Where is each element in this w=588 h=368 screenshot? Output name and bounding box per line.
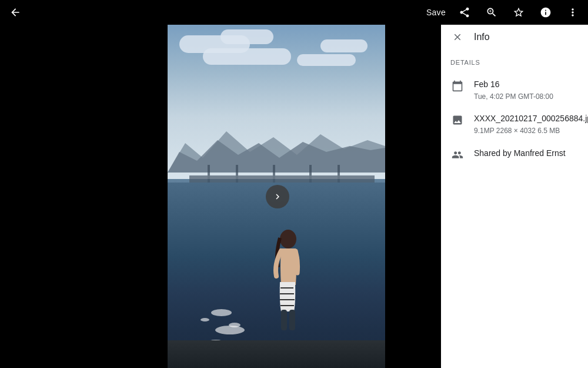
image-icon (450, 114, 465, 126)
date-content: Feb 16 Tue, 4:02 PM GMT-08:00 (474, 79, 579, 101)
water-shimmer (201, 318, 209, 321)
svg-point-2 (280, 230, 296, 248)
zoom-icon[interactable] (483, 4, 500, 21)
info-title: Info (474, 32, 490, 42)
shared-detail-row: Shared by Manfred Ernst (441, 142, 588, 167)
calendar-icon (450, 80, 465, 92)
svg-rect-7 (281, 310, 287, 330)
cloud (203, 48, 291, 65)
toolbar: Save (0, 0, 588, 25)
back-icon[interactable] (7, 4, 24, 21)
info-panel: Info DETAILS Feb 16 Tue, 4:02 PM GMT-08:… (441, 25, 588, 368)
water-shimmer (211, 309, 232, 316)
toolbar-right: Save (426, 4, 581, 21)
shore (168, 340, 385, 368)
shared-content: Shared by Manfred Ernst (474, 148, 579, 160)
toolbar-left (7, 4, 24, 21)
date-primary: Feb 16 (474, 79, 579, 91)
svg-rect-8 (289, 310, 295, 330)
save-button[interactable]: Save (426, 8, 446, 17)
date-secondary: Tue, 4:02 PM GMT-08:00 (474, 92, 579, 102)
cloud (297, 54, 356, 66)
bridge (189, 175, 375, 183)
date-detail-row: Feb 16 Tue, 4:02 PM GMT-08:00 (441, 73, 588, 107)
share-icon[interactable] (456, 4, 473, 21)
file-detail-row: XXXX_20210217_000256884.jpg 9.1MP 2268 ×… (441, 107, 588, 141)
shared-primary: Shared by Manfred Ernst (474, 148, 579, 160)
people-icon (450, 149, 465, 161)
next-button[interactable] (266, 185, 289, 208)
cloud (320, 39, 368, 52)
main-content: Info DETAILS Feb 16 Tue, 4:02 PM GMT-08:… (0, 25, 588, 368)
person-figure (263, 226, 310, 344)
info-header: Info (441, 25, 588, 49)
details-label: DETAILS (441, 54, 588, 73)
close-icon[interactable] (450, 30, 465, 44)
cloud (220, 29, 273, 44)
image-area (112, 25, 441, 368)
mountains (168, 125, 385, 173)
star-icon[interactable] (510, 4, 527, 21)
water-shimmer (215, 326, 245, 334)
file-meta: 9.1MP 2268 × 4032 6.5 MB (474, 126, 588, 136)
file-name: XXXX_20210217_000256884.jpg (474, 113, 588, 125)
left-dark-area (0, 25, 112, 368)
info-body: DETAILS Feb 16 Tue, 4:02 PM GMT-08:00 XX… (441, 49, 588, 368)
file-content: XXXX_20210217_000256884.jpg 9.1MP 2268 ×… (474, 113, 588, 135)
more-icon[interactable] (564, 4, 581, 21)
info-icon[interactable] (537, 4, 554, 21)
